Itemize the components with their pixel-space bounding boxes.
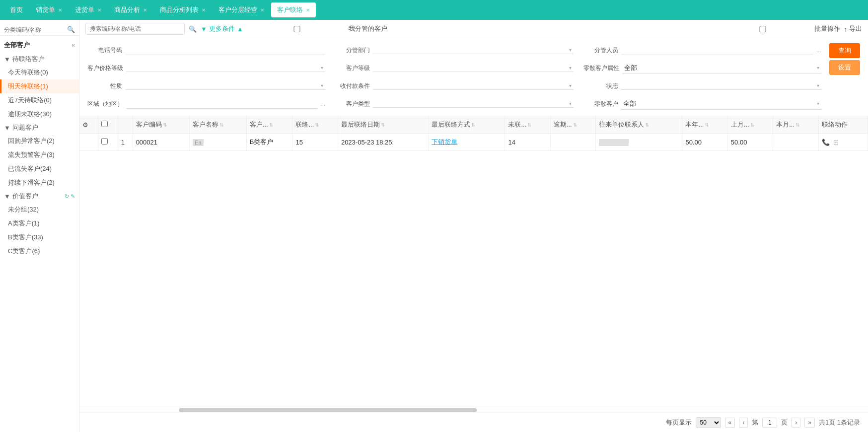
sidebar-item-churned[interactable]: 已流失客户(24) [0,162,79,176]
chev-down-icon-5: ▾ [321,83,323,88]
row-code: 000021 [133,134,190,151]
chev-down-icon-8: ▾ [569,101,572,106]
main-layout: 🔍 全部客户 « ▼ 待联络客户 今天待联络(0) 明天待联络(1) 近7天待联… [0,20,868,432]
filter-label-manager: 分管人员 [583,46,618,55]
sidebar-item-tomorrow-contact[interactable]: 明天待联络(1) [0,79,79,93]
col-action: 联络动作 [818,116,868,134]
row-uncontacted: 14 [505,134,550,151]
filter-select-status[interactable]: ▾ [621,82,821,90]
phone-icon[interactable]: 📞 [822,139,830,146]
nav-customer-segment[interactable]: 客户分层经营 ✕ [213,2,270,17]
row-name: Ea [190,134,247,151]
sidebar-item-declining[interactable]: 持续下滑客户(2) [0,176,79,190]
collapse-icon[interactable]: « [72,42,75,49]
page-prev-btn[interactable]: ‹ [739,418,748,428]
sidebar-item-overdue-contact[interactable]: 逾期未联络(30) [0,107,79,121]
filter-cell-customer-grade: 客户等级 ▾ [335,61,573,75]
horizontal-scrollbar[interactable] [79,407,868,413]
sidebar: 🔍 全部客户 « ▼ 待联络客户 今天待联络(0) 明天待联络(1) 近7天待联… [0,20,79,432]
filter-cell-retail: 零散客户 全部 ▾ [583,97,821,111]
settings-button[interactable]: 设置 [829,60,860,75]
search-input[interactable] [85,23,185,35]
my-customers-check[interactable] [247,26,347,32]
batch-ops-btn[interactable]: 批量操作 [713,24,840,33]
scrollbar-thumb[interactable] [179,408,477,412]
col-last-method[interactable]: 最后联络方式⇅ [429,116,505,134]
nav-customer-contact[interactable]: 客户联络 ✕ [271,2,316,17]
col-settings[interactable] [79,116,98,134]
col-uncontacted[interactable]: 未联...⇅ [505,116,550,134]
sidebar-item-today-contact[interactable]: 今天待联络(0) [0,66,79,79]
sidebar-item-ungrouped[interactable]: 未分组(32) [0,203,79,216]
filter-select-price-grade[interactable]: ▾ [126,64,325,72]
chev-down-icon-6: ▾ [569,83,572,88]
content-area: 🔍 ▼ 更多条件 ▲ 我分管的客户 批量操作 ↑ 导出 [79,20,868,432]
filter-label-nature: 性质 [87,82,122,90]
filter-more-region[interactable]: ... [320,100,325,107]
filter-select-customer-grade[interactable]: ▾ [373,64,573,72]
col-this-year[interactable]: 本年...⇅ [682,116,727,134]
col-no [118,116,133,134]
filter-select-dept[interactable]: ▾ [373,46,573,54]
col-code[interactable]: 客户编码⇅ [133,116,190,134]
sidebar-item-churn-warning[interactable]: 流失预警客户(3) [0,148,79,162]
filter-select-nature[interactable]: ▾ [125,82,325,90]
sidebar-search-area: 🔍 [0,24,79,36]
my-customers-checkbox[interactable]: 我分管的客户 [247,24,387,33]
col-last-month[interactable]: 上月...⇅ [727,116,773,134]
nav-home[interactable]: 首页 [4,2,29,17]
filter-search-icon[interactable]: 🔍 [189,25,197,33]
sidebar-item-class-a[interactable]: A类客户(1) [0,216,79,230]
export-icon: ↑ [844,25,848,33]
top-nav: 首页 销货单 ✕ 进货单 ✕ 商品分析 ✕ 商品分析列表 ✕ 客户分层经营 ✕ … [0,0,868,20]
filter-select-payment[interactable]: ▾ [373,82,573,90]
sidebar-item-class-b[interactable]: B类客户(33) [0,230,79,244]
nav-purchase-order[interactable]: 进货单 ✕ [69,2,107,17]
page-next-btn[interactable]: › [792,418,800,428]
sidebar-item-week-contact[interactable]: 近7天待联络(0) [0,93,79,107]
page-first-btn[interactable]: « [725,418,735,428]
nav-product-analysis[interactable]: 商品分析 ✕ [108,2,153,17]
row-no: 1 [118,134,133,151]
filter-cell-phone: 电话号码 [87,43,325,57]
page-number-input[interactable] [762,418,777,428]
more-filters-btn[interactable]: ▼ 更多条件 ▲ [201,24,243,33]
grid-icon[interactable]: ⊞ [833,139,839,146]
filter-cell-payment: 收付款条件 ▾ [335,79,573,93]
col-type[interactable]: 客户...⇅ [246,116,292,134]
filter-label-status: 状态 [583,82,618,90]
page-last-btn[interactable]: » [804,418,815,428]
col-name[interactable]: 客户名称⇅ [190,116,247,134]
filter-select-retail-attr[interactable]: 全部 ▾ [622,63,821,74]
col-contacts[interactable]: 联络...⇅ [292,116,338,134]
filter-row-1: 电话号码 分管部门 ▾ 分管人员 [87,43,821,57]
page-unit: 页 [781,418,788,427]
query-button[interactable]: 查询 [829,43,860,58]
all-customers-title[interactable]: 全部客户 « [0,38,79,53]
filter-row-3: 性质 ▾ 收付款条件 ▾ [87,79,821,93]
filter-label-customer-type: 客户类型 [335,100,370,108]
page-size-select[interactable]: 50 100 200 [696,417,721,428]
sidebar-search-icon[interactable]: 🔍 [67,26,75,33]
col-this-month[interactable]: 本月...⇅ [773,116,818,134]
col-last-date[interactable]: 最后联络日期⇅ [338,116,428,134]
nav-sales-order[interactable]: 销货单 ✕ [30,2,68,17]
sidebar-item-class-c[interactable]: C类客户(6) [0,244,79,258]
chev-down-icon-3: ▾ [569,65,572,71]
nav-product-analysis-list[interactable]: 商品分析列表 ✕ [154,2,212,17]
group-pending-contact: ▼ 待联络客户 [0,53,79,66]
row-last-method[interactable]: 下销货单 [429,134,505,151]
export-btn[interactable]: ↑ 导出 [844,24,863,33]
col-company-contacts[interactable]: 往来单位联系人⇅ [596,116,682,134]
filter-input-region[interactable] [126,99,317,109]
sidebar-search-input[interactable] [4,26,67,33]
row-checkbox[interactable] [98,134,118,151]
sidebar-item-repurchase-abnormal[interactable]: 回购异常客户(2) [0,134,79,148]
filter-select-customer-type[interactable]: ▾ [373,100,573,108]
filter-more-manager[interactable]: ... [816,47,821,54]
filter-input-manager[interactable] [621,46,813,55]
filter-select-retail[interactable]: 全部 ▾ [621,98,821,110]
filter-input-phone[interactable] [125,46,325,55]
select-all-checkbox[interactable] [101,121,108,127]
col-overdue[interactable]: 逾期...⇅ [550,116,595,134]
